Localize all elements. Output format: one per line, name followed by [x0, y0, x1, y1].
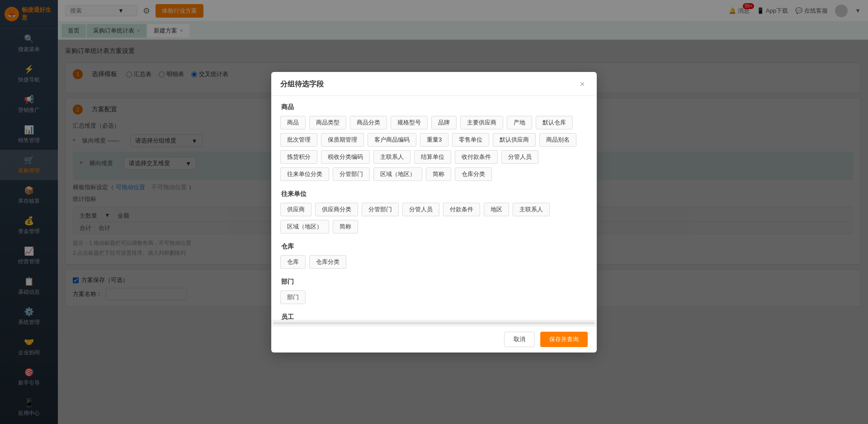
- modal-hscroll[interactable]: [271, 320, 597, 325]
- field-select-modal: 分组待选字段 × 商品商品商品类型商品分类规格型号品牌主要供应商产地默认仓库批次…: [271, 72, 597, 353]
- field-tag-0-13[interactable]: 默认供应商: [493, 133, 536, 147]
- field-tag-1-0[interactable]: 供应商: [280, 203, 311, 216]
- field-tags-2: 仓库仓库分类: [280, 255, 588, 269]
- section-title-2: 仓库: [280, 243, 588, 251]
- field-tags-1: 供应商供应商分类分管部门分管人员付款条件地区主联系人区域（地区）简称: [280, 203, 588, 233]
- confirm-btn[interactable]: 保存并查询: [540, 332, 588, 347]
- field-tag-0-20[interactable]: 分管人员: [501, 150, 538, 164]
- field-tag-2-0[interactable]: 仓库: [280, 255, 306, 269]
- field-tag-0-21[interactable]: 往来单位分类: [280, 167, 329, 181]
- field-section-0: 商品商品商品类型商品分类规格型号品牌主要供应商产地默认仓库批次管理保质期管理客户…: [280, 103, 588, 181]
- field-tag-3-0[interactable]: 部门: [280, 291, 306, 304]
- field-section-3: 部门部门: [280, 278, 588, 304]
- modal-overlay: 分组待选字段 × 商品商品商品类型商品分类规格型号品牌主要供应商产地默认仓库批次…: [0, 0, 868, 424]
- cancel-btn[interactable]: 取消: [504, 332, 535, 347]
- field-tag-0-7[interactable]: 默认仓库: [536, 116, 573, 129]
- field-tag-0-4[interactable]: 品牌: [431, 116, 457, 129]
- field-tag-0-15[interactable]: 拣货积分: [280, 150, 317, 164]
- modal-title: 分组待选字段: [280, 80, 324, 89]
- modal-header: 分组待选字段 ×: [271, 72, 597, 96]
- field-tag-0-0[interactable]: 商品: [280, 116, 306, 129]
- field-tag-1-8[interactable]: 简称: [333, 220, 358, 233]
- field-section-1: 往来单位供应商供应商分类分管部门分管人员付款条件地区主联系人区域（地区）简称: [280, 190, 588, 233]
- field-tag-0-17[interactable]: 主联系人: [373, 150, 410, 164]
- field-tag-0-5[interactable]: 主要供应商: [460, 116, 503, 129]
- field-tag-0-11[interactable]: 重量3: [420, 133, 448, 147]
- field-tag-0-6[interactable]: 产地: [507, 116, 532, 129]
- field-tag-1-3[interactable]: 分管人员: [402, 203, 439, 216]
- hscroll-track: [273, 322, 595, 324]
- field-section-4: 员工业务员: [280, 313, 588, 320]
- field-tag-0-14[interactable]: 商品别名: [539, 133, 576, 147]
- field-tag-0-19[interactable]: 收付款条件: [455, 150, 498, 164]
- section-title-0: 商品: [280, 103, 588, 111]
- field-tag-1-6[interactable]: 主联系人: [513, 203, 550, 216]
- field-tag-0-16[interactable]: 税收分类编码: [321, 150, 370, 164]
- field-tag-2-1[interactable]: 仓库分类: [309, 255, 346, 269]
- field-tag-1-7[interactable]: 区域（地区）: [280, 220, 329, 233]
- field-tag-0-24[interactable]: 简称: [426, 167, 451, 181]
- field-tag-0-10[interactable]: 客户商品编码: [368, 133, 416, 147]
- modal-body: 商品商品商品类型商品分类规格型号品牌主要供应商产地默认仓库批次管理保质期管理客户…: [271, 96, 597, 320]
- modal-close-btn[interactable]: ×: [577, 79, 588, 90]
- field-tag-0-18[interactable]: 结算单位: [414, 150, 451, 164]
- field-tag-0-9[interactable]: 保质期管理: [321, 133, 364, 147]
- field-tag-0-1[interactable]: 商品类型: [309, 116, 346, 129]
- section-title-4: 员工: [280, 313, 588, 320]
- field-tag-0-2[interactable]: 商品分类: [350, 116, 387, 129]
- field-tags-0: 商品商品类型商品分类规格型号品牌主要供应商产地默认仓库批次管理保质期管理客户商品…: [280, 116, 588, 181]
- field-tag-1-2[interactable]: 分管部门: [362, 203, 399, 216]
- field-tag-0-12[interactable]: 零售单位: [452, 133, 489, 147]
- field-tag-0-25[interactable]: 仓库分类: [455, 167, 492, 181]
- field-tag-0-22[interactable]: 分管部门: [333, 167, 370, 181]
- field-tags-3: 部门: [280, 291, 588, 304]
- field-section-2: 仓库仓库仓库分类: [280, 243, 588, 269]
- field-tag-1-1[interactable]: 供应商分类: [315, 203, 358, 216]
- modal-footer: 取消 保存并查询: [271, 326, 597, 353]
- field-tag-0-8[interactable]: 批次管理: [280, 133, 317, 147]
- field-tag-1-5[interactable]: 地区: [484, 203, 509, 216]
- section-title-1: 往来单位: [280, 190, 588, 198]
- field-tag-0-23[interactable]: 区域（地区）: [373, 167, 422, 181]
- field-tag-1-4[interactable]: 付款条件: [443, 203, 480, 216]
- field-tag-0-3[interactable]: 规格型号: [391, 116, 428, 129]
- section-title-3: 部门: [280, 278, 588, 286]
